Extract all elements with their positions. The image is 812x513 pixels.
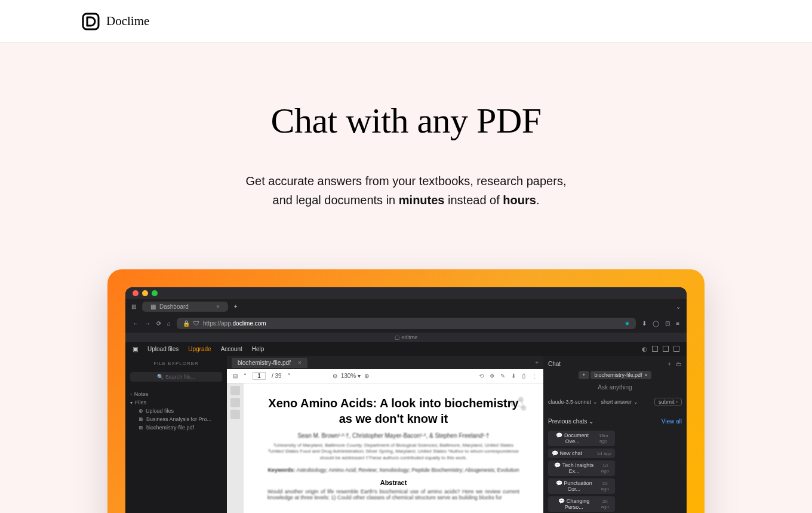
chat-item[interactable]: 💬 Tech Insights Ex...1d ago bbox=[548, 460, 615, 476]
abstract-body: Would another origin of life resemble Ea… bbox=[267, 489, 519, 500]
layout-icon-2[interactable] bbox=[663, 346, 669, 352]
chat-header: Chat + 🗀 bbox=[548, 361, 682, 367]
menu-icon[interactable]: ≡ bbox=[676, 320, 679, 327]
account-icon[interactable]: ◯ bbox=[653, 320, 659, 327]
folder-icon[interactable]: 🗀 bbox=[676, 361, 682, 367]
chat-item[interactable]: 💬 Punctuation Cor...2d ago bbox=[548, 478, 615, 494]
nav-back-icon[interactable]: ← bbox=[133, 320, 139, 327]
tree-notes[interactable]: › Notes bbox=[130, 390, 222, 398]
viewer-toolbar: ⊟ ˄ / 39 ˅ ⊖ 130% ▾ ⊕ ⟲ ✥ ✎ bbox=[227, 369, 543, 383]
home-icon[interactable]: ⌂ bbox=[167, 320, 171, 327]
lock-icon: 🔒 bbox=[183, 320, 190, 327]
more-icon[interactable]: ⋮ bbox=[531, 373, 537, 379]
layout-icon-3[interactable] bbox=[673, 346, 679, 352]
url-field[interactable]: 🔒 🛡 https://app.doclime.com ★ bbox=[177, 318, 636, 329]
chat-item[interactable]: 💬 Changing Perso...2d ago bbox=[548, 496, 615, 512]
nav-upload[interactable]: Upload files bbox=[147, 346, 179, 352]
close-icon[interactable]: × bbox=[298, 360, 302, 366]
doc-title: Xeno Amino Acids: A look into biochemist… bbox=[267, 395, 519, 426]
download-icon[interactable]: ⬇ bbox=[642, 320, 647, 327]
bookmark-star-icon[interactable]: ★ bbox=[625, 320, 630, 327]
nav-account[interactable]: Account bbox=[221, 346, 242, 352]
hero-subtitle: Get accurate answers from your textbooks… bbox=[0, 171, 812, 210]
zoom-in-icon[interactable]: ⊕ bbox=[364, 373, 369, 379]
tab-favicon-icon: ▦ bbox=[150, 303, 156, 310]
draw-icon[interactable]: ✎ bbox=[500, 373, 505, 379]
shield-icon: 🛡 bbox=[193, 320, 199, 327]
abstract-heading: Abstract bbox=[267, 479, 519, 486]
chat-input[interactable]: Ask anything bbox=[548, 383, 682, 394]
context-file-tag[interactable]: biochemistry-file.pdf × bbox=[590, 371, 651, 379]
page-input[interactable] bbox=[253, 372, 266, 380]
chat-list: 💬 Document Ove...18m ago 💬 New chat1d ag… bbox=[548, 431, 682, 512]
nav-forward-icon[interactable]: → bbox=[144, 320, 150, 327]
submit-button[interactable]: submit › bbox=[654, 398, 682, 406]
sidebar-search[interactable]: 🔍 Search file... bbox=[130, 372, 222, 382]
extensions-icon[interactable]: ⊡ bbox=[665, 320, 670, 327]
view-all-link[interactable]: View all bbox=[662, 418, 682, 425]
tree-files[interactable]: ▾ Files bbox=[130, 398, 222, 407]
bookmark-bar: ▢ editme bbox=[125, 333, 687, 342]
doc-affiliations: ¹University of Maryland, Baltimore Count… bbox=[267, 443, 519, 461]
chat-item[interactable]: 💬 Document Ove...18m ago bbox=[548, 431, 615, 446]
thumbnails-icon[interactable]: ⊟ bbox=[233, 373, 238, 379]
window-titlebar bbox=[125, 287, 687, 299]
browser-tabbar: ⊞ ▦ Dashboard × + ⌄ bbox=[125, 299, 687, 314]
chat-panel: Chat + 🗀 + biochemistry-file.pdf × Ask a… bbox=[543, 356, 687, 513]
zoom-out-icon[interactable]: ⊖ bbox=[333, 373, 337, 379]
layout-icon-1[interactable] bbox=[652, 346, 658, 352]
traffic-light-min-icon bbox=[142, 290, 148, 296]
app-logo-icon: ▣ bbox=[133, 346, 138, 352]
browser-urlbar: ← → ⟳ ⌂ 🔒 🛡 https://app.doclime.com ★ ⬇ … bbox=[125, 314, 687, 333]
file-explorer: FILE EXPLORER 🔍 Search file... › Notes ▾… bbox=[125, 356, 227, 513]
pan-icon[interactable]: ✥ bbox=[490, 373, 494, 379]
download-pdf-icon[interactable]: ⬇ bbox=[511, 373, 516, 379]
chat-title: Chat bbox=[548, 361, 561, 367]
hero-title: Chat with any PDF bbox=[0, 100, 812, 142]
tree-upload[interactable]: ⊕ Upload files bbox=[130, 407, 222, 415]
bookmark-item[interactable]: ▢ editme bbox=[395, 334, 418, 340]
nav-help[interactable]: Help bbox=[252, 346, 264, 352]
remove-tag-icon[interactable]: × bbox=[644, 372, 647, 378]
add-tab-icon[interactable]: + bbox=[535, 360, 539, 366]
browser-mock: ⊞ ▦ Dashboard × + ⌄ ← → ⟳ ⌂ 🔒 🛡 https://… bbox=[125, 287, 687, 513]
svg-rect-0 bbox=[83, 14, 99, 29]
previous-chats-header: Previous chats ⌄ View all bbox=[548, 418, 682, 425]
doc-area: Xeno Amino Acids: A look into biochemist… bbox=[227, 383, 543, 513]
brand-logo[interactable]: Doclime bbox=[81, 12, 149, 31]
rotate-icon[interactable]: ⟲ bbox=[479, 373, 484, 379]
site-header: Doclime bbox=[0, 0, 812, 43]
doc-page: Xeno Amino Acids: A look into biochemist… bbox=[244, 383, 543, 513]
next-page-icon[interactable]: ˅ bbox=[288, 373, 291, 379]
nav-upgrade[interactable]: Upgrade bbox=[188, 346, 211, 352]
prev-page-icon[interactable]: ˄ bbox=[244, 373, 247, 379]
new-chat-icon[interactable]: + bbox=[668, 361, 671, 367]
reload-icon[interactable]: ⟳ bbox=[156, 320, 161, 327]
outline-icon[interactable] bbox=[230, 386, 240, 395]
app-workspace: FILE EXPLORER 🔍 Search file... › Notes ▾… bbox=[125, 356, 687, 513]
tree-file-2[interactable]: 🗎 biochemistry-file.pdf bbox=[130, 423, 222, 432]
page-total: / 39 bbox=[272, 373, 282, 379]
zoom-level[interactable]: 130% ▾ bbox=[341, 373, 361, 379]
attachments-icon[interactable] bbox=[230, 410, 240, 419]
annotations-icon[interactable] bbox=[230, 398, 240, 407]
print-icon[interactable]: ⎙ bbox=[522, 373, 525, 379]
add-context-icon[interactable]: + bbox=[579, 371, 589, 379]
chat-item[interactable]: 💬 New chat1d ago bbox=[548, 449, 615, 458]
theme-icon[interactable]: ◐ bbox=[642, 346, 647, 352]
tab-close-icon: × bbox=[216, 303, 220, 310]
demo-frame: ⊞ ▦ Dashboard × + ⌄ ← → ⟳ ⌂ 🔒 🛡 https://… bbox=[107, 269, 705, 513]
tree-file-1[interactable]: 🗎 Business Analysis for Pro... bbox=[130, 415, 222, 423]
doc-authors: Sean M. Brown¹·²·†, Christopher Mayer-Ba… bbox=[267, 432, 519, 439]
prev-chats-label[interactable]: Previous chats ⌄ bbox=[548, 418, 593, 425]
traffic-light-close-icon bbox=[133, 290, 139, 296]
mode-select[interactable]: short answer ⌄ bbox=[601, 399, 638, 405]
browser-tab[interactable]: ▦ Dashboard × bbox=[142, 302, 228, 312]
model-select[interactable]: claude-3.5-sonnet ⌄ bbox=[548, 399, 598, 405]
traffic-light-max-icon bbox=[152, 290, 158, 296]
doclime-logo-icon bbox=[81, 12, 100, 31]
brand-name: Doclime bbox=[106, 14, 149, 29]
pdf-viewer: biochemistry-file.pdf × + ⊟ ˄ / 39 ˅ ⊖ bbox=[227, 356, 543, 513]
new-tab-icon[interactable]: + bbox=[234, 303, 238, 310]
viewer-tab[interactable]: biochemistry-file.pdf × bbox=[232, 358, 307, 368]
